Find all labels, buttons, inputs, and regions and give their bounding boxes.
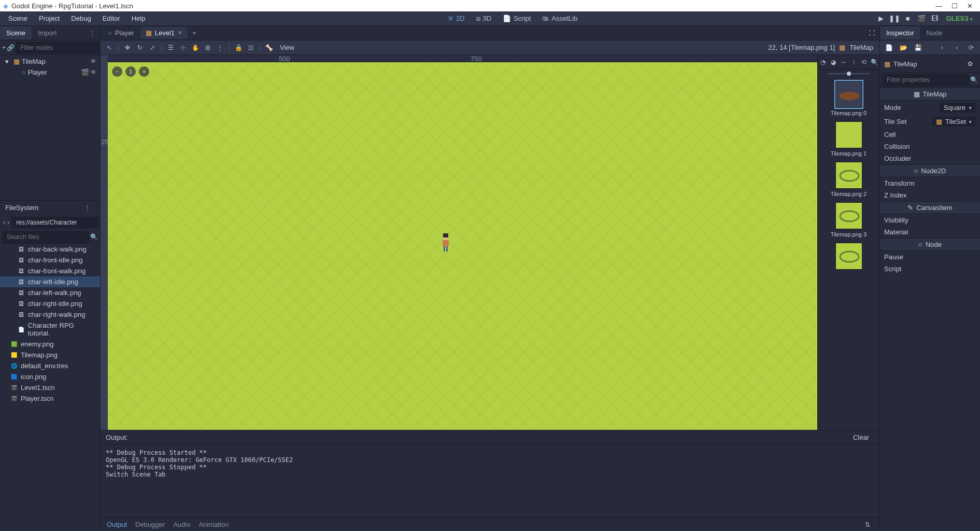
tile-paint-tool[interactable]: ◔	[818, 57, 828, 68]
list-tool[interactable]: ☰	[165, 42, 176, 53]
insp-forward-icon[interactable]: ›	[951, 42, 962, 53]
move-tool[interactable]: ✥	[122, 42, 133, 53]
property-value[interactable]: Square ▾	[940, 103, 976, 113]
rotate-tool[interactable]: ↻	[134, 42, 146, 53]
fs-item[interactable]: 🖼char-back-walk.png	[0, 244, 100, 255]
menu-help[interactable]: Help	[126, 12, 151, 24]
scene-node[interactable]: ▾▦TileMap👁	[0, 56, 100, 67]
lock-tool[interactable]: 🔒	[233, 42, 244, 53]
scene-link-icon[interactable]: 🎬	[81, 68, 89, 76]
play-scene-button[interactable]: 🎬	[915, 12, 928, 25]
inspector-expand[interactable]: Collision	[880, 141, 980, 152]
node-tab[interactable]: Node	[920, 26, 948, 39]
tile-item[interactable]: Tilemap.png 0	[821, 81, 876, 116]
workspace-assetlib-button[interactable]: 🛍AssetLib	[537, 12, 583, 24]
clear-output-button[interactable]: Clear	[848, 432, 874, 442]
inspector-expand[interactable]: Cell	[880, 129, 980, 141]
tile-flip-h[interactable]: ↔	[839, 57, 849, 68]
player-sprite[interactable]	[439, 233, 452, 252]
inspector-expand[interactable]: Occluder	[880, 152, 980, 164]
group-tool[interactable]: ⊡	[245, 42, 257, 53]
inspector-section-header[interactable]: ○Node	[880, 238, 980, 251]
output-tab-debugger[interactable]: Debugger	[135, 521, 165, 528]
fs-item[interactable]: 🟦icon.png	[0, 371, 100, 382]
insp-tool-icon[interactable]: ✿	[964, 58, 976, 69]
canvas-viewport[interactable]	[108, 62, 817, 430]
inspector-section-header[interactable]: ✎CanvasItem	[880, 201, 980, 214]
fs-item[interactable]: 🖼char-right-idle.png	[0, 298, 100, 309]
tile-item[interactable]: Tilemap.png 2	[821, 162, 876, 197]
renderer-dropdown[interactable]: GLES3 ▾	[942, 15, 977, 22]
insp-new-icon[interactable]: 📄	[883, 42, 894, 53]
maximize-icon[interactable]: ☐	[951, 2, 958, 10]
bone-tool[interactable]: 🦴	[263, 42, 275, 53]
filter-nodes-input[interactable]	[16, 42, 103, 53]
distraction-free-button[interactable]: ⛶	[866, 27, 877, 39]
fs-item[interactable]: 🖼char-right-walk.png	[0, 309, 100, 320]
fs-item[interactable]: 🌐default_env.tres	[0, 360, 100, 371]
play-button[interactable]: ▶	[875, 12, 887, 25]
expand-icon[interactable]: ▾	[5, 58, 11, 65]
close-tab-icon[interactable]: ✕	[178, 30, 182, 36]
inspector-expand[interactable]: Material	[880, 226, 980, 238]
tile-zoom-slider[interactable]	[818, 69, 879, 78]
tile-bucket-tool[interactable]: ◕	[828, 57, 839, 68]
inspector-expand[interactable]: Transform	[880, 177, 980, 189]
fs-item[interactable]: 📄Character RPG tutorial.	[0, 320, 100, 339]
fs-item[interactable]: 🖼char-front-idle.png	[0, 255, 100, 266]
insp-save-icon[interactable]: 💾	[912, 42, 924, 53]
menu-project[interactable]: Project	[34, 12, 65, 24]
view-menu[interactable]: View	[276, 44, 299, 51]
fs-search-icon[interactable]: 🔍	[90, 231, 98, 243]
inspector-expand[interactable]: Script	[880, 263, 980, 275]
fs-search-input[interactable]	[2, 231, 89, 243]
fs-back-button[interactable]: ‹	[3, 217, 5, 228]
tile-item[interactable]: Tilemap.png 1	[821, 121, 876, 157]
scene-node[interactable]: ○Player🎬👁	[0, 67, 100, 78]
snap-options[interactable]: ⋮	[215, 42, 226, 53]
workspace-script-button[interactable]: 📄Script	[498, 12, 536, 24]
link-node-button[interactable]: 🔗	[7, 42, 15, 53]
menu-scene[interactable]: Scene	[3, 12, 33, 24]
scene-dock-tab[interactable]: Scene	[0, 26, 32, 39]
pan-tool[interactable]: ✋	[190, 42, 201, 53]
inspector-expand[interactable]: Visibility	[880, 214, 980, 226]
tile-item[interactable]	[821, 243, 876, 270]
fs-item[interactable]: 🟩enemy.png	[0, 339, 100, 350]
tile-search-icon[interactable]: 🔍	[869, 57, 879, 68]
fs-forward-button[interactable]: ›	[7, 217, 9, 228]
close-icon[interactable]: ✕	[967, 2, 973, 10]
output-tab-animation[interactable]: Animation	[198, 521, 229, 528]
fs-item[interactable]: 🖼char-left-idle.png	[0, 276, 100, 287]
property-value[interactable]: ▦TileSet ▾	[932, 117, 976, 127]
insp-history-icon[interactable]: ⟳	[965, 42, 977, 53]
snap-tool[interactable]: ⊞	[202, 42, 214, 53]
inspector-section-header[interactable]: ○Node2D	[880, 164, 980, 177]
zoom-in-button[interactable]: +	[139, 66, 149, 77]
menu-debug[interactable]: Debug	[66, 12, 96, 24]
select-tool[interactable]: ↖	[104, 42, 115, 53]
add-scene-tab-button[interactable]: +	[189, 27, 200, 39]
visibility-icon[interactable]: 👁	[90, 68, 97, 76]
tile-item[interactable]: Tilemap.png 3	[821, 202, 876, 237]
stop-button[interactable]: ■	[902, 12, 914, 25]
zoom-out-button[interactable]: −	[112, 66, 122, 77]
inspector-expand[interactable]: Pause	[880, 251, 980, 263]
fs-item[interactable]: 🎬Player.tscn	[0, 393, 100, 404]
tile-flip-v[interactable]: ↕	[848, 57, 859, 68]
scene-tab[interactable]: ▦Level1✕	[140, 27, 188, 39]
minimize-icon[interactable]: —	[935, 2, 942, 10]
visibility-icon[interactable]: 👁	[90, 58, 97, 65]
scene-tab[interactable]: ○Player	[103, 27, 139, 39]
insp-back-icon[interactable]: ‹	[936, 42, 948, 53]
ruler-tool[interactable]: ⊹	[177, 42, 189, 53]
fs-item[interactable]: 🖼char-front-walk.png	[0, 266, 100, 276]
play-custom-button[interactable]: 🎞	[929, 12, 941, 25]
insp-load-icon[interactable]: 📂	[898, 42, 909, 53]
fs-path-input[interactable]	[11, 217, 98, 228]
dock-menu-icon[interactable]: ⋮	[85, 29, 100, 37]
fs-dock-menu-icon[interactable]: ⋮	[80, 204, 95, 212]
import-dock-tab[interactable]: Import	[32, 26, 63, 39]
insp-search-icon[interactable]: 🔍	[970, 74, 978, 86]
pause-button[interactable]: ❚❚	[888, 12, 901, 25]
